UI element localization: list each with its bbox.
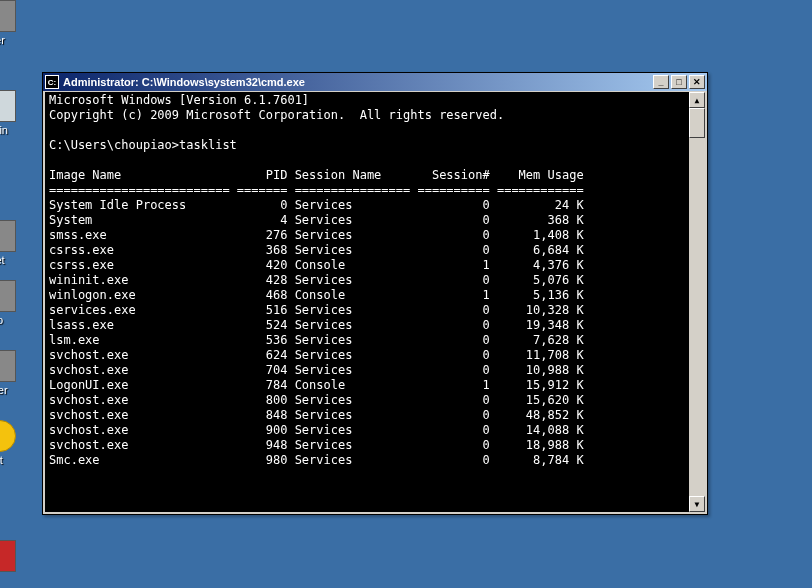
icon-label: o xyxy=(0,314,30,326)
minimize-button[interactable]: _ xyxy=(653,75,669,89)
close-button[interactable]: ✕ xyxy=(689,75,705,89)
coins-icon xyxy=(0,420,16,452)
desktop-icon-coins[interactable]: it xyxy=(0,420,30,466)
cmd-icon: C: xyxy=(45,75,59,89)
desktop-icon-shortcut-o[interactable]: o xyxy=(0,280,30,326)
scroll-down-button[interactable]: ▼ xyxy=(689,496,705,512)
desktop-icon-shortcut-et[interactable]: et xyxy=(0,220,30,266)
scroll-up-button[interactable]: ▲ xyxy=(689,92,705,108)
shortcut-et-icon xyxy=(0,220,16,252)
icon-label: et xyxy=(0,254,30,266)
maximize-button[interactable]: □ xyxy=(671,75,687,89)
desktop-icon-computer[interactable]: er xyxy=(0,0,30,46)
computer-icon xyxy=(0,0,16,32)
desktop-icon-red-cube[interactable] xyxy=(0,540,30,574)
shortcut-o-icon xyxy=(0,280,16,312)
vertical-scrollbar[interactable]: ▲ ▼ xyxy=(689,92,705,512)
desktop-icon-recycle-bin[interactable]: Bin xyxy=(0,90,30,136)
scroll-thumb[interactable] xyxy=(689,108,705,138)
recycle-bin-icon xyxy=(0,90,16,122)
window-title: Administrator: C:\Windows\system32\cmd.e… xyxy=(63,76,653,88)
icon-label: Bin xyxy=(0,124,30,136)
scroll-track[interactable] xyxy=(689,108,705,496)
red-cube-icon xyxy=(0,540,16,572)
console-output[interactable]: Microsoft Windows [Version 6.1.7601] Cop… xyxy=(45,92,689,512)
desktop-icon-server[interactable]: ver xyxy=(0,350,30,396)
server-icon xyxy=(0,350,16,382)
icon-label: it xyxy=(0,454,30,466)
cmd-window: C: Administrator: C:\Windows\system32\cm… xyxy=(42,72,708,515)
titlebar[interactable]: C: Administrator: C:\Windows\system32\cm… xyxy=(43,73,707,91)
icon-label: ver xyxy=(0,384,30,396)
icon-label: er xyxy=(0,34,30,46)
